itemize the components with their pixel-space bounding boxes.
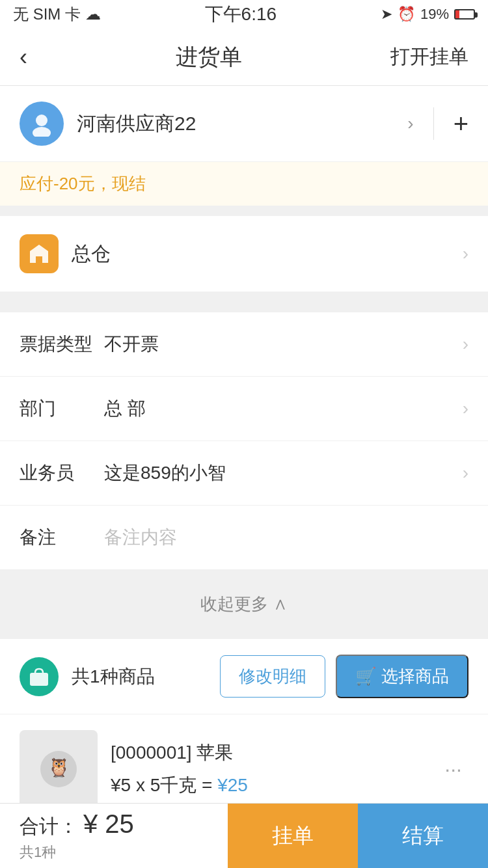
supplier-arrow-icon: ›	[407, 113, 413, 134]
battery-label: 19%	[420, 6, 449, 23]
ticket-type-value: 不开票	[104, 332, 463, 357]
svg-point-0	[36, 115, 47, 126]
salesman-arrow-icon: ›	[463, 463, 468, 483]
status-bar: 无 SIM 卡 ☁ 下午6:16 ➤ ⏰ 19%	[0, 0, 488, 29]
product-thumbnail: 🦉	[20, 730, 98, 808]
spacer-3	[0, 629, 488, 639]
dept-value: 总 部	[104, 396, 463, 421]
supplier-section: 河南供应商22 › + 应付-20元，现结	[0, 86, 488, 206]
form-row-dept[interactable]: 部门 总 部 ›	[0, 377, 488, 441]
page-title: 进货单	[176, 42, 242, 72]
product-name: [0000001] 苹果	[111, 740, 438, 765]
status-right: ➤ ⏰ 19%	[381, 6, 475, 23]
suspend-button[interactable]: 挂单	[228, 804, 358, 869]
form-row-salesman[interactable]: 业务员 这是859的小智 ›	[0, 441, 488, 506]
vertical-divider	[433, 107, 434, 140]
product-count-icon	[20, 657, 59, 696]
total-label: 合计：	[20, 813, 78, 840]
ticket-type-label: 票据类型	[20, 332, 98, 357]
svg-text:🦉: 🦉	[47, 757, 70, 778]
product-price: ¥5 x 5千克 = ¥25	[111, 773, 438, 798]
location-icon: ➤	[381, 6, 392, 23]
cart-icon: 🛒	[355, 666, 376, 686]
spacer-2	[0, 302, 488, 312]
avatar-icon	[29, 111, 55, 137]
open-pending-button[interactable]: 打开挂单	[390, 44, 468, 70]
price-qty-text: ¥5 x 5千克 =	[111, 775, 217, 795]
product-thumb-icon: 🦉	[36, 746, 81, 792]
dept-label: 部门	[20, 396, 98, 421]
checkout-button[interactable]: 结算	[358, 804, 488, 869]
form-row-ticket[interactable]: 票据类型 不开票 ›	[0, 312, 488, 377]
remark-input[interactable]: 备注内容	[104, 525, 468, 550]
status-left: 无 SIM 卡 ☁	[13, 4, 101, 25]
salesman-value: 这是859的小智	[104, 461, 463, 485]
bag-icon	[27, 665, 51, 688]
warehouse-section: 总仓 ›	[0, 216, 488, 292]
status-time: 下午6:16	[205, 2, 277, 27]
product-header: 共1种商品 修改明细 🛒 选择商品	[0, 639, 488, 714]
alarm-icon: ⏰	[398, 6, 415, 23]
nav-bar: ‹ 进货单 打开挂单	[0, 29, 488, 86]
product-info: [0000001] 苹果 ¥5 x 5千克 = ¥25	[111, 740, 438, 798]
collapse-toggle[interactable]: 收起更多 ∧	[0, 580, 488, 629]
supplier-name: 河南供应商22	[77, 111, 407, 137]
form-row-remark[interactable]: 备注 备注内容	[0, 506, 488, 569]
warehouse-name: 总仓	[72, 241, 463, 267]
battery-icon	[454, 9, 475, 20]
form-section: 票据类型 不开票 › 部门 总 部 › 业务员 这是859的小智 › 备注 备注…	[0, 312, 488, 569]
bottom-bar: 合计： ¥ 25 共1种 挂单 结算	[0, 803, 488, 868]
total-amount: ¥ 25	[83, 809, 134, 839]
total-section: 合计： ¥ 25 共1种	[0, 809, 228, 862]
svg-rect-3	[30, 673, 48, 686]
payment-notice: 应付-20元，现结	[0, 162, 488, 206]
dept-arrow-icon: ›	[463, 398, 468, 419]
price-total: ¥25	[217, 775, 248, 795]
ticket-arrow-icon: ›	[463, 334, 468, 355]
back-button[interactable]: ‹	[20, 44, 27, 71]
supplier-avatar	[20, 102, 64, 146]
product-count: 共1种商品	[72, 664, 220, 689]
select-btn-label: 选择商品	[381, 665, 449, 688]
salesman-label: 业务员	[20, 461, 98, 485]
svg-point-1	[33, 127, 51, 137]
remark-label: 备注	[20, 525, 98, 550]
warehouse-icon	[20, 234, 59, 273]
warehouse-row[interactable]: 总仓 ›	[0, 216, 488, 292]
modify-detail-button[interactable]: 修改明细	[220, 655, 325, 698]
add-supplier-button[interactable]: +	[454, 109, 468, 139]
warehouse-arrow-icon: ›	[463, 243, 468, 264]
total-main: 合计： ¥ 25	[20, 809, 208, 840]
warehouse-svg	[27, 242, 51, 265]
product-more-button[interactable]: ···	[438, 751, 468, 788]
total-count: 共1种	[20, 843, 208, 862]
main-content: 河南供应商22 › + 应付-20元，现结 总仓 › 票据类型 不开票 ›	[0, 86, 488, 868]
spacer-1	[0, 206, 488, 216]
select-product-button[interactable]: 🛒 选择商品	[336, 655, 468, 698]
sim-label: 无 SIM 卡 ☁	[13, 4, 101, 25]
svg-rect-2	[36, 256, 42, 263]
supplier-row[interactable]: 河南供应商22 › +	[0, 86, 488, 162]
